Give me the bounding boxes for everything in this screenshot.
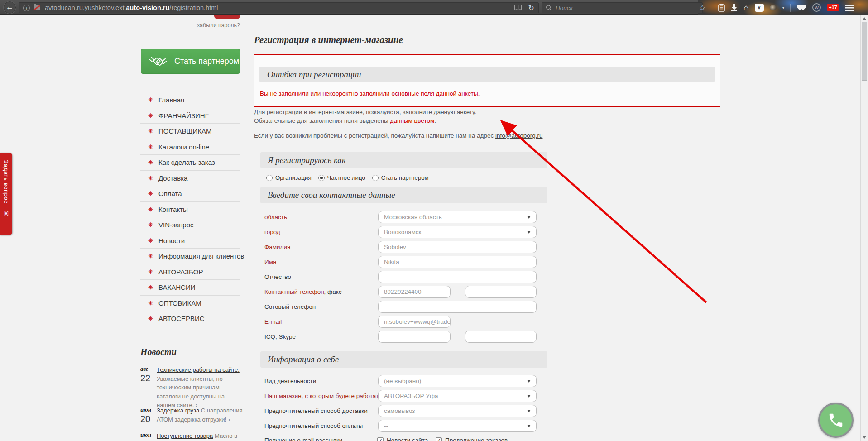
email-input[interactable]: n.sobolev+wwwq@tradesoft.r (378, 316, 451, 328)
forgot-password-link[interactable]: забыли пароль? (190, 22, 240, 29)
sidebar-item-avtorazbor[interactable]: ✳АВТОРАЗБОР (140, 264, 240, 280)
plugin-blocked-icon[interactable] (34, 5, 40, 10)
login-button-clipped[interactable] (214, 15, 240, 19)
imya-input[interactable]: Nikita (378, 256, 537, 268)
mask-addon-icon[interactable] (796, 5, 806, 10)
scroll-up-arrow[interactable] (863, 17, 866, 20)
news-day: 20 (140, 414, 156, 424)
back-button[interactable]: ← (3, 1, 16, 14)
news-month: июн (140, 406, 156, 413)
callback-phone-button[interactable] (818, 403, 854, 438)
support-email-link[interactable]: info@autoborg.ru (495, 132, 543, 139)
sidebar-item-label: VIN-запрос (158, 221, 194, 229)
bookmark-star-icon[interactable]: ☆ (699, 4, 706, 12)
sidebar-item-label: Новости (158, 237, 185, 244)
radio-icon[interactable] (266, 175, 273, 181)
sidebar-item-glavnaya[interactable]: ✳Главная (140, 92, 240, 108)
skype-input[interactable] (465, 331, 537, 343)
gear-icon: ✳ (148, 253, 156, 259)
menu-hamburger-icon[interactable] (845, 5, 854, 11)
search-bar[interactable]: Поиск (542, 2, 703, 13)
envelope-icon: ✉ (2, 210, 10, 216)
intro-line-2: Обязательные для заполнения поля выделен… (254, 117, 436, 124)
addon-dropdown-caret-icon[interactable]: ▾ (782, 5, 785, 10)
radio-label: Организация (275, 174, 312, 181)
sidebar-item-katalogi[interactable]: ✳Каталоги on-line (140, 139, 240, 155)
home-icon[interactable]: ⌂ (743, 3, 748, 12)
sidebar-item-label: Доставка (158, 174, 187, 182)
gear-icon: ✳ (148, 284, 156, 291)
faks-input[interactable] (465, 286, 537, 298)
sidebar-item-postavshchikam[interactable]: ✳ПОСТАВЩИКАМ (140, 123, 240, 139)
sidebar-item-vakansii[interactable]: ✳ВАКАНСИИ (140, 279, 240, 295)
section-register-as: Я регистрируюсь как (260, 152, 547, 168)
form-row-oblast: область Московская область (260, 211, 720, 223)
radio-icon[interactable] (372, 175, 379, 181)
gorod-select[interactable]: Волоколамск (378, 226, 537, 238)
checkbox-icon[interactable] (436, 437, 442, 441)
telefon-input[interactable]: 89229224400 (378, 286, 451, 298)
radio-label: Частное лицо (327, 174, 365, 181)
reader-mode-icon[interactable] (514, 5, 522, 11)
dostavka-select[interactable]: самовывоз (378, 405, 537, 417)
browser-toolbar: ← i avtoducan.ru.yushketov.ext.auto-visi… (0, 0, 868, 15)
sidebar-item-label: Главная (158, 96, 184, 104)
radio-label: Стать партнером (381, 174, 429, 181)
radio-stat-partnerom[interactable]: Стать партнером (372, 174, 429, 181)
addon-badge-count[interactable]: +17 (827, 4, 839, 11)
intro-line-2-suffix: . (434, 117, 436, 124)
ask-question-tab[interactable]: Задать вопрос ✉ (0, 153, 12, 235)
field-label: E-mail (264, 318, 282, 325)
form-row-nash-magazin: Наш магазин, с которым будете работать А… (260, 390, 720, 402)
sidebar-item-avtoservis[interactable]: ✳АВТОСЕРВИС (140, 311, 240, 326)
url-bar[interactable]: i avtoducan.ru.yushketov.ext.auto-vision… (19, 2, 539, 13)
checkbox-prodolzhenie-zakazov[interactable]: Продолжение заказов (436, 437, 508, 441)
registration-error-box: Ошибка при регистрации Вы не заполнили и… (254, 54, 720, 107)
section-contact-data: Введите свои контактные данные (260, 187, 547, 203)
form-row-icq-skype: ICQ, Skype (260, 331, 720, 343)
bookmarks-menu-icon[interactable] (718, 4, 725, 12)
sidebar-item-kontakty[interactable]: ✳Контакты (140, 201, 240, 217)
radio-organizaciya[interactable]: Организация (266, 174, 312, 181)
otchestvo-input[interactable] (378, 271, 537, 283)
field-label: город (264, 229, 280, 235)
downloads-icon[interactable] (731, 4, 738, 11)
sidebar-item-informatsiya[interactable]: ✳Информация для клиентов (140, 248, 240, 264)
news-text: Уважаемые клиенты, по техническим причин… (157, 374, 245, 410)
oplata-select[interactable]: -- (378, 420, 537, 432)
vid-deyatelnosti-select[interactable]: (не выбрано) (378, 375, 537, 387)
scroll-down-arrow[interactable] (863, 436, 866, 439)
become-partner-button[interactable]: Стать партнером (141, 49, 240, 74)
reload-icon[interactable]: ↻ (528, 4, 534, 12)
news-link[interactable]: Технические работы на сайте. (157, 366, 240, 373)
w-addon-icon[interactable]: w (812, 3, 821, 12)
page-scrollbar[interactable] (860, 15, 868, 441)
pocket-icon[interactable]: ∨ (755, 4, 764, 12)
form-row-mailing: Получение e-mail рассылки Новости сайта … (260, 434, 720, 441)
familiya-input[interactable]: Sobolev (378, 241, 537, 253)
radio-chastnoe-lico[interactable]: Частное лицо (318, 174, 365, 181)
url-text[interactable]: avtoducan.ru.yushketov.ext.auto-vision.r… (45, 4, 218, 11)
news-link[interactable]: Поступление товара (157, 432, 213, 439)
magazin-select[interactable]: АВТОРАЗБОР Уфа (378, 390, 537, 402)
gear-icon: ✳ (148, 112, 156, 119)
news-item: июн Поступление товара Масло в (140, 431, 245, 441)
checkbox-icon[interactable] (377, 437, 384, 441)
checkbox-novosti-sayta[interactable]: Новости сайта (377, 437, 428, 441)
news-link[interactable]: Задержка груза (157, 407, 199, 414)
sidebar-item-oplata[interactable]: ✳Оплата (140, 186, 240, 201)
site-info-icon[interactable]: i (23, 5, 30, 11)
icq-input[interactable] (378, 331, 451, 343)
radio-icon[interactable] (318, 175, 325, 181)
scrollbar-thumb[interactable] (862, 22, 867, 81)
form-row-gorod: город Волоколамск (260, 226, 720, 238)
sidebar-item-dostavka[interactable]: ✳Доставка (140, 170, 240, 186)
sidebar-item-vin-zapros[interactable]: ✳VIN-запрос (140, 217, 240, 233)
sotovy-input[interactable] (378, 301, 537, 313)
sidebar-item-novosti[interactable]: ✳Новости (140, 233, 240, 249)
sidebar-item-kak-sdelat-zakaz[interactable]: ✳Как сделать заказ (140, 154, 240, 170)
oblast-select[interactable]: Московская область (378, 211, 537, 223)
addon-fly-icon[interactable] (770, 5, 777, 10)
sidebar-item-franchayzing[interactable]: ✳ФРАНЧАЙЗИНГ (140, 108, 240, 124)
sidebar-item-optovikam[interactable]: ✳ОПТОВИКАМ (140, 295, 240, 311)
